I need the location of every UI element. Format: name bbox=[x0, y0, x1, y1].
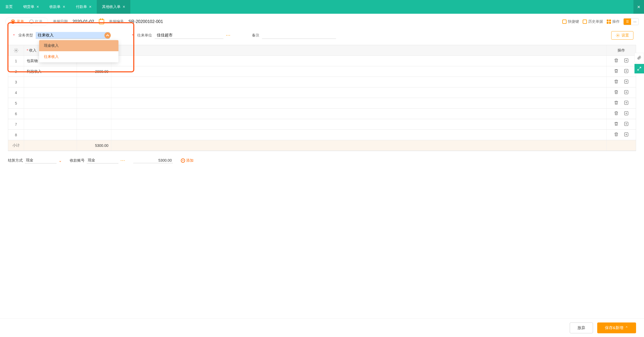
close-icon[interactable]: × bbox=[36, 4, 39, 9]
party-input[interactable] bbox=[155, 32, 223, 39]
more-icon[interactable]: ··· bbox=[121, 158, 125, 163]
calendar-icon[interactable] bbox=[99, 19, 104, 24]
row-name[interactable] bbox=[24, 77, 77, 87]
payment-amount[interactable]: 5300.00 bbox=[133, 158, 173, 163]
add-row-icon[interactable] bbox=[624, 100, 629, 106]
account-value[interactable]: 现金 bbox=[87, 157, 118, 163]
chevron-up-icon[interactable] bbox=[104, 32, 111, 39]
account-field[interactable]: 收款账号 现金 ··· bbox=[70, 157, 125, 163]
row-name[interactable] bbox=[24, 119, 77, 129]
delete-row-icon[interactable] bbox=[614, 132, 619, 138]
row-amount[interactable] bbox=[77, 98, 111, 108]
delete-row-icon[interactable] bbox=[614, 121, 619, 127]
row-index: 6 bbox=[8, 109, 24, 119]
row-amount[interactable] bbox=[77, 130, 111, 140]
radio-blue-bill[interactable]: 蓝单 bbox=[11, 19, 24, 24]
view-grid-button[interactable]: ▭ bbox=[631, 18, 638, 25]
close-icon[interactable]: × bbox=[89, 4, 91, 9]
table-row[interactable]: 2利息收入2800.00 bbox=[8, 66, 636, 77]
date-value[interactable]: 2020-01-02 bbox=[72, 19, 94, 24]
col-remark: 注 bbox=[111, 45, 607, 55]
row-remark[interactable] bbox=[111, 119, 607, 129]
table-row[interactable]: 4 bbox=[8, 87, 636, 98]
add-row-icon[interactable] bbox=[624, 121, 629, 127]
add-row-icon[interactable] bbox=[624, 111, 629, 116]
dropdown-option[interactable]: 往来收入 bbox=[39, 51, 118, 62]
row-index: 5 bbox=[8, 98, 24, 108]
party-label: 往来单位 bbox=[137, 33, 152, 38]
settle-method-field[interactable]: 结算方式 现金 ⌄ bbox=[8, 157, 62, 163]
settle-method-value[interactable]: 现金 bbox=[25, 157, 57, 163]
row-remark[interactable] bbox=[111, 109, 607, 119]
svg-point-1 bbox=[15, 50, 17, 51]
table-row[interactable]: 7 bbox=[8, 119, 636, 130]
close-icon[interactable]: × bbox=[63, 4, 65, 9]
attachment-icon[interactable] bbox=[634, 53, 644, 62]
row-actions bbox=[607, 119, 636, 129]
table-row[interactable]: 3 bbox=[8, 77, 636, 87]
row-amount[interactable]: 2800.00 bbox=[77, 66, 111, 77]
docno-label: 单据编号 bbox=[109, 19, 124, 24]
view-list-button[interactable]: ☰ bbox=[624, 18, 631, 25]
add-row-icon[interactable] bbox=[624, 58, 629, 64]
remark-input[interactable] bbox=[262, 32, 336, 39]
dropdown-option[interactable]: 现金收入 bbox=[39, 40, 118, 51]
tab-payment[interactable]: 付款单× bbox=[71, 0, 97, 14]
delete-row-icon[interactable] bbox=[614, 90, 619, 95]
chevron-down-icon[interactable]: ⌄ bbox=[59, 158, 62, 163]
expand-icon[interactable] bbox=[634, 64, 644, 73]
delete-row-icon[interactable] bbox=[614, 79, 619, 85]
operation-link[interactable]: 操作 bbox=[607, 19, 620, 24]
row-index: 4 bbox=[8, 87, 24, 98]
settle-method-label: 结算方式 bbox=[8, 158, 23, 163]
row-amount[interactable] bbox=[77, 109, 111, 119]
delete-row-icon[interactable] bbox=[614, 69, 619, 74]
add-row-icon[interactable] bbox=[624, 132, 629, 138]
amount-field[interactable]: 5300.00 bbox=[133, 158, 173, 163]
keyboard-icon bbox=[562, 20, 567, 24]
delete-row-icon[interactable] bbox=[614, 58, 619, 64]
row-amount[interactable] bbox=[77, 119, 111, 129]
tab-sales[interactable]: 销货单× bbox=[18, 0, 44, 14]
delete-row-icon[interactable] bbox=[614, 111, 619, 116]
close-icon[interactable]: × bbox=[123, 4, 125, 9]
radio-red-bill[interactable]: 红单 bbox=[29, 19, 43, 24]
add-row-icon[interactable] bbox=[624, 90, 629, 95]
table-row[interactable]: 6 bbox=[8, 109, 636, 119]
row-name[interactable] bbox=[24, 109, 77, 119]
gear-header[interactable] bbox=[8, 45, 24, 55]
row-name[interactable]: 利息收入 bbox=[24, 66, 77, 77]
hotkey-link[interactable]: 快捷键 bbox=[562, 19, 579, 24]
add-payment-button[interactable]: + 添加 bbox=[181, 158, 194, 163]
row-name[interactable] bbox=[24, 130, 77, 140]
row-remark[interactable] bbox=[111, 77, 607, 87]
biz-type-input[interactable] bbox=[36, 32, 110, 39]
table-row[interactable]: 8 bbox=[8, 130, 636, 140]
row-remark[interactable] bbox=[111, 98, 607, 108]
tab-other-income[interactable]: 其他收入单× bbox=[97, 0, 130, 14]
row-remark[interactable] bbox=[111, 56, 607, 66]
row-amount[interactable] bbox=[77, 87, 111, 98]
more-icon[interactable]: ··· bbox=[226, 33, 231, 38]
settings-button[interactable]: 设置 bbox=[611, 31, 633, 40]
close-all-icon[interactable]: × bbox=[633, 0, 644, 14]
svg-point-0 bbox=[617, 35, 618, 36]
row-remark[interactable] bbox=[111, 130, 607, 140]
row-actions bbox=[607, 98, 636, 108]
row-actions bbox=[607, 56, 636, 66]
delete-row-icon[interactable] bbox=[614, 100, 619, 106]
row-actions bbox=[607, 66, 636, 77]
row-name[interactable] bbox=[24, 87, 77, 98]
grid-icon bbox=[607, 20, 611, 24]
row-name[interactable] bbox=[24, 98, 77, 108]
add-row-icon[interactable] bbox=[624, 79, 629, 85]
table-row[interactable]: 5 bbox=[8, 98, 636, 109]
tab-home[interactable]: 首页 bbox=[0, 0, 18, 14]
tab-receipt[interactable]: 收款单× bbox=[44, 0, 70, 14]
add-row-icon[interactable] bbox=[624, 69, 629, 74]
row-remark[interactable] bbox=[111, 66, 607, 77]
plus-icon: + bbox=[181, 158, 185, 163]
history-link[interactable]: 历史单据 bbox=[583, 19, 603, 24]
row-amount[interactable] bbox=[77, 77, 111, 87]
row-remark[interactable] bbox=[111, 87, 607, 98]
